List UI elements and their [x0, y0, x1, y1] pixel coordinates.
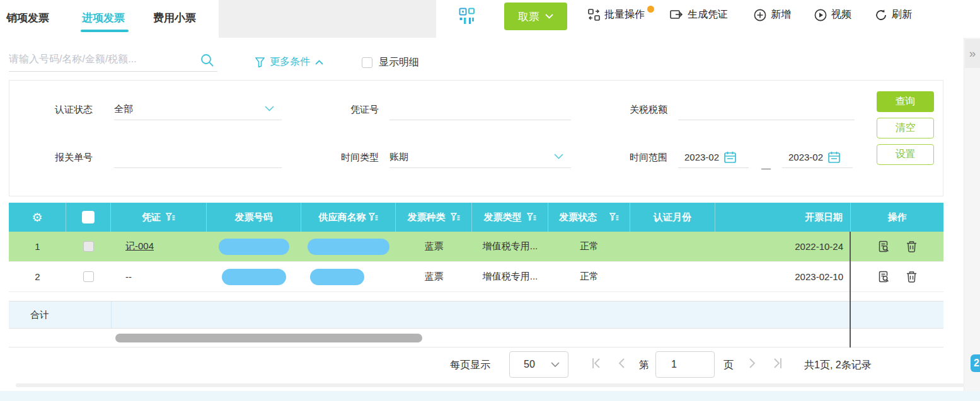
tariff-label: 关税税额: [564, 98, 667, 120]
first-page-button[interactable]: [591, 358, 601, 369]
header-invoice-date: 开票日期: [715, 203, 851, 232]
header-label: 发票类型: [484, 212, 522, 223]
calendar-icon: [828, 151, 840, 163]
document-search-icon: [878, 240, 890, 252]
refresh-icon: [875, 9, 887, 21]
voucher-no-input[interactable]: [389, 99, 571, 119]
time-type-value: 账期: [389, 151, 408, 162]
video-button[interactable]: 视频: [814, 8, 851, 21]
more-filters-toggle[interactable]: 更多条件: [255, 55, 323, 69]
search-input[interactable]: [9, 49, 195, 69]
table-row[interactable]: 1 记-004 蓝票 增值税专用... 正常 2022-10-24: [9, 232, 943, 262]
tab-sales-invoice[interactable]: 销项发票: [6, 0, 49, 35]
header-voucher[interactable]: 凭证: [111, 203, 207, 232]
customs-no-field: [114, 146, 282, 168]
query-button[interactable]: 查询: [877, 91, 934, 112]
view-detail-button[interactable]: [878, 240, 890, 252]
delete-button[interactable]: [906, 240, 917, 252]
time-range-to-picker[interactable]: 2023-02: [782, 146, 853, 168]
header-supplier[interactable]: 供应商名称: [301, 203, 396, 232]
batch-operations-button[interactable]: 批量操作: [588, 8, 645, 21]
auth-status-select[interactable]: 全部: [114, 98, 282, 120]
tab-expense-receipt[interactable]: 费用小票: [153, 0, 196, 35]
search-icon[interactable]: [200, 53, 215, 68]
header-label: 开票日期: [805, 212, 843, 223]
chevron-down-icon: [265, 106, 274, 111]
pick-ticket-button[interactable]: 取票: [504, 3, 567, 30]
header-invoice-type[interactable]: 发票类型: [472, 203, 548, 232]
time-type-select[interactable]: 账期: [389, 146, 571, 168]
header-invoice-kind[interactable]: 发票种类: [396, 203, 472, 232]
voucher-text: --: [125, 271, 132, 282]
total-row: 合计: [9, 301, 943, 329]
time-range-from-picker[interactable]: 2023-02: [678, 146, 749, 168]
batch-operation-icon: [588, 9, 600, 21]
bottom-shadow: [16, 383, 964, 387]
video-label: 视频: [831, 8, 851, 21]
filter-panel: 认证状态 全部 凭证号 关税税额 报关单号 时间类型 账期 时间范围: [9, 80, 943, 196]
invoice-date: 2022-10-24: [715, 232, 851, 261]
add-new-button[interactable]: 新增: [754, 8, 791, 21]
row-checkbox[interactable]: [83, 241, 94, 252]
show-detail-toggle[interactable]: 显示明细: [362, 56, 419, 69]
time-type-label: 时间类型: [274, 146, 379, 168]
tab-label: 销项发票: [6, 11, 49, 25]
trash-icon: [906, 271, 917, 283]
tariff-input[interactable]: [678, 99, 855, 119]
generate-voucher-label: 生成凭证: [688, 8, 728, 21]
customs-no-input[interactable]: [114, 147, 282, 167]
voucher-link[interactable]: 记-004: [125, 240, 154, 252]
horizontal-scrollbar[interactable]: [9, 329, 943, 347]
invoice-date: 2023-02-10: [715, 262, 851, 291]
refresh-button[interactable]: 刷新: [875, 8, 912, 21]
delete-button[interactable]: [906, 271, 917, 283]
view-detail-button[interactable]: [878, 271, 890, 283]
page-number-input[interactable]: 1: [655, 351, 715, 378]
header-invoice-status[interactable]: 发票状态: [548, 203, 630, 232]
filter-icon: [369, 213, 378, 222]
chevron-down-icon: [551, 362, 560, 368]
time-range-from-value: 2023-02: [684, 147, 719, 167]
settings-button[interactable]: 设置: [877, 144, 934, 165]
voucher-no-label: 凭证号: [274, 98, 379, 120]
right-panel-strip: [964, 38, 980, 401]
generate-voucher-button[interactable]: 生成凭证: [670, 8, 728, 21]
show-detail-checkbox[interactable]: [362, 57, 372, 68]
row-checkbox[interactable]: [83, 271, 94, 282]
qr-scan-icon[interactable]: [459, 8, 475, 25]
notification-badge[interactable]: 2: [971, 354, 980, 372]
header-label: 认证月份: [654, 212, 691, 223]
notice-dot: [647, 6, 654, 13]
filter-icon: [451, 213, 460, 222]
table-row[interactable]: 2 -- 蓝票 增值税专用... 正常 2023-02-10: [9, 262, 943, 292]
redacted-invoice-no: [219, 239, 289, 255]
calendar-icon: [724, 151, 736, 163]
select-all-checkbox[interactable]: [82, 211, 95, 223]
collapse-panel-button[interactable]: »: [965, 39, 980, 68]
row-index: 1: [9, 232, 66, 261]
show-detail-label: 显示明细: [379, 56, 419, 69]
refresh-label: 刷新: [892, 8, 912, 21]
filter-icon: [527, 213, 536, 222]
invoice-status: 正常: [548, 262, 630, 291]
tariff-field: [678, 98, 855, 120]
last-page-button[interactable]: [773, 358, 783, 369]
batch-operations-label: 批量操作: [604, 8, 645, 21]
date-range-separator: —: [761, 162, 771, 173]
chevron-down-icon: [545, 14, 553, 19]
select-all-cell[interactable]: [66, 203, 111, 232]
table-header: ⚙ 凭证 发票号码 供应商名称: [9, 203, 943, 232]
per-page-label: 每页显示: [450, 359, 490, 372]
column-settings-button[interactable]: ⚙: [9, 203, 66, 232]
prev-page-button[interactable]: [618, 358, 625, 369]
tab-label: 费用小票: [153, 11, 196, 25]
horizontal-scrollbar-thumb[interactable]: [115, 334, 422, 342]
per-page-select[interactable]: 50: [509, 351, 568, 378]
auth-status-value: 全部: [114, 103, 133, 114]
next-page-button[interactable]: [749, 358, 756, 369]
total-label: 合计: [9, 302, 112, 328]
more-filters-label: 更多条件: [270, 55, 310, 69]
clear-button[interactable]: 清空: [877, 118, 934, 138]
chevron-down-icon: [554, 154, 563, 159]
row-index: 2: [9, 262, 66, 291]
